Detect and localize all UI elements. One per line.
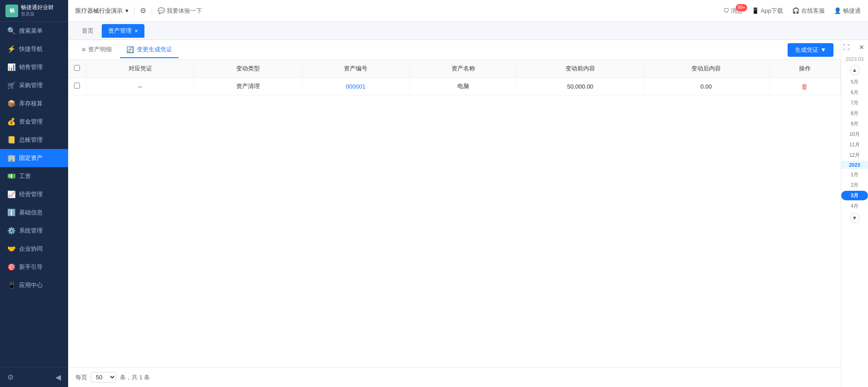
row-asset-name: 电脑	[410, 78, 517, 95]
app-download-label: App下载	[761, 7, 783, 15]
sidebar-item-guide[interactable]: 🎯 新手引导	[0, 258, 68, 276]
table-header-row: 对应凭证 变动类型 资产编号 资产名称 变动前内容 变动后内容 操作	[68, 60, 841, 78]
panel-expand-icon[interactable]: ⛶	[843, 44, 849, 51]
customer-service-label: 在线客服	[801, 7, 825, 15]
sidebar-item-basic-info[interactable]: ℹ️ 基础信息	[0, 203, 68, 222]
row-asset-no[interactable]: 000001	[302, 78, 409, 95]
topbar-feedback-button[interactable]: 💬 我要体验一下	[158, 7, 202, 15]
timeline-month-item[interactable]: 2月	[841, 180, 868, 190]
row-change-type: 资产清理	[194, 78, 302, 95]
sidebar: 畅 畅捷通好业财 普及版 🔍 搜索菜单 ⚡ 快捷导航 📊 销售管理 🛒 采购管理…	[0, 0, 68, 387]
timeline-nav-down[interactable]: ▼	[850, 213, 860, 223]
message-button[interactable]: 🗨 消息 99+	[723, 7, 743, 15]
sidebar-logo: 畅 畅捷通好业财 普及版	[0, 0, 68, 22]
timeline-year-2023[interactable]: 2023	[841, 161, 868, 169]
user-menu-button[interactable]: 👤 畅捷通	[834, 7, 861, 15]
timeline-month-item[interactable]: 7月	[841, 98, 868, 108]
basic-info-icon: ℹ️	[7, 208, 15, 217]
app-logo-icon: 畅	[5, 5, 18, 17]
purchase-icon: 🛒	[7, 81, 15, 89]
generate-voucher-button[interactable]: 生成凭证 ▼	[788, 43, 833, 57]
per-page-label: 每页	[75, 373, 87, 382]
sidebar-item-search[interactable]: 🔍 搜索菜单	[0, 22, 68, 40]
col-checkbox	[68, 60, 86, 78]
timeline-month-item[interactable]: 1月	[841, 170, 868, 179]
row-checkbox-cell	[68, 78, 86, 95]
company-dropdown-icon: ▾	[125, 7, 129, 14]
app-download-button[interactable]: 📱 App下载	[752, 7, 783, 15]
inner-tab-asset-detail[interactable]: ≡ 资产明细	[75, 42, 118, 58]
customer-service-button[interactable]: 🎧 在线客服	[792, 7, 825, 15]
delete-row-icon[interactable]: 🗑	[801, 83, 808, 90]
topbar-settings-button[interactable]: ⚙	[140, 6, 146, 15]
sidebar-item-salary[interactable]: 💵 工资	[0, 167, 68, 185]
table-row: -- 资产清理 000001 电脑 50,000.00 0.00 🗑	[68, 78, 841, 95]
topbar: 医疗器械行业演示 ▾ ⚙ 💬 我要体验一下 🗨 消息 99+ 📱 App下载 🎧…	[68, 0, 868, 22]
row-action: 🗑	[769, 78, 840, 95]
sidebar-item-ledger[interactable]: 📒 总账管理	[0, 131, 68, 149]
sidebar-item-app-center[interactable]: 📱 应用中心	[0, 276, 68, 294]
sidebar-item-sales[interactable]: 📊 销售管理	[0, 58, 68, 76]
tab-asset-management[interactable]: 资产管理 ×	[102, 24, 144, 38]
message-icon: 🗨	[723, 7, 729, 14]
tab-home[interactable]: 首页	[75, 24, 100, 38]
total-label: 条，共 1 条	[120, 373, 150, 382]
sidebar-item-fixed-assets[interactable]: 🏢 固定资产	[0, 149, 68, 167]
panel-close-icon[interactable]: ✕	[859, 44, 864, 51]
row-voucher: --	[86, 78, 194, 95]
select-all-checkbox[interactable]	[74, 65, 80, 71]
operations-label: 经营管理	[19, 190, 43, 198]
sidebar-item-enterprise[interactable]: 🤝 企业协同	[0, 240, 68, 258]
user-label: 畅捷通	[843, 7, 861, 15]
table-footer: 每页 50 10 20 100 条，共 1 条	[68, 367, 841, 387]
enterprise-icon: 🤝	[7, 245, 15, 253]
tab-bar: 首页 资产管理 ×	[68, 22, 868, 40]
sidebar-item-inventory[interactable]: 📦 库存核算	[0, 94, 68, 113]
sidebar-nav: 🔍 搜索菜单 ⚡ 快捷导航 📊 销售管理 🛒 采购管理 📦 库存核算 💰 资金管…	[0, 22, 68, 367]
sidebar-item-operations[interactable]: 📈 经营管理	[0, 185, 68, 203]
company-selector[interactable]: 医疗器械行业演示 ▾	[75, 7, 129, 15]
sidebar-collapse-icon[interactable]: ◀	[55, 373, 61, 382]
message-badge: 99+	[736, 4, 747, 11]
generate-label: 生成凭证	[795, 46, 818, 54]
salary-label: 工资	[19, 172, 31, 180]
timeline-month-item[interactable]: 5月	[841, 77, 868, 87]
timeline-month-item[interactable]: 6月	[841, 88, 868, 97]
timeline-month-item[interactable]: 11月	[841, 140, 868, 149]
sales-icon: 📊	[7, 63, 15, 71]
search-label: 搜索菜单	[19, 27, 43, 35]
basic-info-label: 基础信息	[19, 208, 43, 217]
timeline-month-item[interactable]: 8月	[841, 109, 868, 118]
timeline-month-item[interactable]: 9月	[841, 119, 868, 129]
sidebar-item-purchase[interactable]: 🛒 采购管理	[0, 76, 68, 94]
sales-label: 销售管理	[19, 63, 43, 71]
timeline-month-item[interactable]: 4月	[841, 201, 868, 211]
timeline-month-item[interactable]: 3月	[841, 191, 868, 200]
asset-table: 对应凭证 变动类型 资产编号 资产名称 变动前内容 变动后内容 操作	[68, 60, 841, 95]
app-version: 普及版	[21, 11, 54, 17]
inner-tabs: ≡ 资产明细 🔄 变更生成凭证 生成凭证 ▼	[68, 40, 841, 60]
inventory-icon: 📦	[7, 99, 15, 108]
sidebar-item-quick-nav[interactable]: ⚡ 快捷导航	[0, 40, 68, 58]
col-change-type: 变动类型	[194, 60, 302, 78]
funds-icon: 💰	[7, 118, 15, 126]
per-page-select[interactable]: 50 10 20 100	[91, 372, 116, 382]
sidebar-item-system[interactable]: ⚙️ 系统管理	[0, 222, 68, 240]
timeline-nav-up[interactable]: ▲	[850, 65, 860, 75]
app-download-icon: 📱	[752, 7, 759, 14]
timeline-month-item[interactable]: 10月	[841, 129, 868, 139]
feedback-icon: 💬	[158, 7, 165, 14]
sidebar-item-funds[interactable]: 💰 资金管理	[0, 113, 68, 131]
timeline-month-item[interactable]: 12月	[841, 150, 868, 160]
row-checkbox-0[interactable]	[74, 83, 80, 89]
tab-close-icon[interactable]: ×	[134, 27, 138, 35]
search-icon: 🔍	[7, 27, 15, 35]
user-avatar-icon: 👤	[834, 7, 841, 14]
sidebar-settings-icon[interactable]: ⚙	[7, 373, 14, 382]
company-name: 医疗器械行业演示	[75, 7, 123, 15]
inner-tab-change-voucher[interactable]: 🔄 变更生成凭证	[120, 42, 179, 58]
ledger-label: 总账管理	[19, 136, 43, 144]
table-wrap: 对应凭证 变动类型 资产编号 资产名称 变动前内容 变动后内容 操作	[68, 60, 841, 367]
app-center-icon: 📱	[7, 281, 15, 289]
guide-icon: 🎯	[7, 263, 15, 271]
